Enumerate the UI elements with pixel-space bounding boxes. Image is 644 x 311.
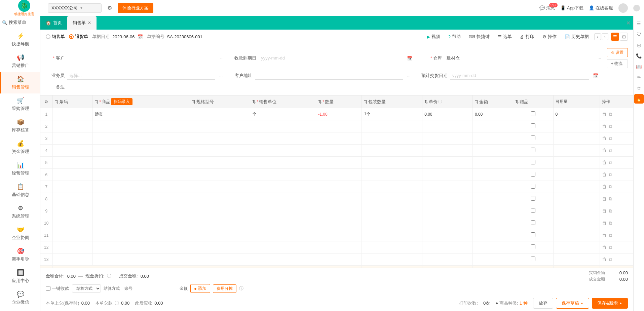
warehouse-input[interactable] <box>445 54 593 62</box>
sidebar-item-guide[interactable]: 🎯 新手引导 <box>0 244 40 266</box>
salesperson-input[interactable] <box>67 72 215 80</box>
radio-return[interactable]: 退货单 <box>69 34 88 40</box>
copy-icon[interactable]: ⧉ <box>609 172 612 178</box>
sort-icon-amount[interactable]: ⇅ <box>475 99 479 104</box>
tab-close-icon[interactable]: ✕ <box>88 21 91 25</box>
sidebar-item-quick-nav[interactable]: ⚡ 快捷导航 <box>0 29 40 50</box>
fee-split-button[interactable]: 费用分摊 <box>213 284 236 293</box>
sort-icon-qty[interactable]: ⇅ <box>318 99 322 104</box>
radio-sales[interactable]: 销售单 <box>46 34 65 40</box>
video-btn[interactable]: ▶ 视频 <box>424 32 443 41</box>
company-selector[interactable]: XXXXXX公司 ▼ <box>48 3 102 13</box>
account-input[interactable] <box>122 285 177 292</box>
delete-icon[interactable]: 🗑 <box>602 135 607 141</box>
sidebar-item-operations[interactable]: 📊 经营管理 <box>0 158 40 180</box>
customer-address-input[interactable] <box>255 72 403 80</box>
one-click-payment-checkbox[interactable]: 一键收款 <box>46 285 69 291</box>
notes-input[interactable] <box>65 83 628 91</box>
expected-date-calendar-icon[interactable]: 📅 <box>593 73 598 78</box>
row-qty-1[interactable]: -1.00 <box>316 108 362 120</box>
discount-help-icon[interactable]: ⓘ <box>107 273 111 279</box>
discard-button[interactable]: 放弃 <box>533 298 553 309</box>
payment-due-input[interactable] <box>259 54 403 62</box>
delete-icon[interactable]: 🗑 <box>602 196 607 202</box>
app-download-button[interactable]: 📱 App下载 <box>560 5 583 11</box>
sidebar-item-capital[interactable]: 💰 资金管理 <box>0 137 40 158</box>
copy-icon[interactable]: ⧉ <box>609 123 612 129</box>
sidebar-item-wechat[interactable]: 💬 企业微信 <box>0 287 40 309</box>
goods-type-radio[interactable]: ● <box>495 301 498 306</box>
sidebar-item-member[interactable]: V 畅会员 <box>0 309 40 311</box>
experience-button[interactable]: 体验行业方案 <box>118 3 153 13</box>
expected-date-input[interactable] <box>450 72 589 80</box>
right-panel-pen-btn[interactable]: ✏ <box>634 73 644 82</box>
select-btn[interactable]: ☰ 选单 <box>495 32 515 41</box>
print-btn[interactable]: 🖨 打印 <box>517 32 537 41</box>
user-avatar-2[interactable] <box>633 5 640 11</box>
right-panel-list-btn[interactable]: ☰ <box>634 19 644 28</box>
user-avatar[interactable] <box>618 3 628 13</box>
warehouse-dots-icon[interactable]: ··· <box>598 56 601 61</box>
customer-input[interactable] <box>67 54 216 62</box>
sort-icon-pack[interactable]: ⇅ <box>364 99 368 104</box>
delete-icon[interactable]: 🗑 <box>602 123 607 129</box>
nav-next[interactable]: › <box>602 33 608 40</box>
delete-icon[interactable]: 🗑 <box>602 257 607 262</box>
delete-icon[interactable]: 🗑 <box>602 220 607 226</box>
sidebar-item-apps[interactable]: 🔲 应用中心 <box>0 266 40 287</box>
right-panel-phone-btn[interactable]: 📞 <box>634 51 644 61</box>
delete-icon[interactable]: 🗑 <box>602 184 607 190</box>
shortcut-btn[interactable]: ⌨ 快捷键 <box>466 32 492 41</box>
sort-icon-price[interactable]: ⇅ <box>424 99 428 104</box>
copy-icon[interactable]: ⧉ <box>609 135 612 141</box>
sidebar-item-enterprise[interactable]: 🤝 企业协同 <box>0 223 40 244</box>
row-gift-1[interactable] <box>513 108 553 120</box>
delete-icon[interactable]: 🗑 <box>602 244 607 250</box>
sidebar-item-marketing[interactable]: 📢 营销推广 <box>0 50 40 72</box>
message-button[interactable]: 💬 消息 99+ <box>539 5 555 11</box>
total-owe-help[interactable]: ⓘ <box>115 300 119 306</box>
delete-icon[interactable]: 🗑 <box>602 172 607 178</box>
save-draft-button[interactable]: 保存草稿 ▲ <box>556 298 590 309</box>
payment-due-calendar-icon[interactable]: 📅 <box>407 56 412 61</box>
copy-icon[interactable]: ⧉ <box>609 257 612 262</box>
sort-icon-gift[interactable]: ⇅ <box>515 99 519 104</box>
delete-icon[interactable]: 🗑 <box>602 160 607 165</box>
customer-dots-icon[interactable]: ··· <box>220 56 224 61</box>
logistics-button[interactable]: + 物流 <box>607 59 628 68</box>
copy-icon[interactable]: ⧉ <box>609 160 612 165</box>
tab-sales-order[interactable]: 销售单 ✕ <box>67 16 97 30</box>
sort-icon-product[interactable]: ⇅ <box>95 99 99 104</box>
sidebar-item-purchase[interactable]: 🛒 采购管理 <box>0 93 40 115</box>
row-product-1[interactable]: 拆贡 <box>93 108 190 120</box>
sort-icon-unit[interactable]: ⇅ <box>252 99 256 104</box>
view-grid-btn[interactable]: ⊞ <box>620 33 628 41</box>
nav-prev[interactable]: ‹ <box>594 33 601 40</box>
delete-icon[interactable]: 🗑 <box>602 148 607 153</box>
help-btn[interactable]: ? 帮助 <box>446 32 463 41</box>
sidebar-search[interactable]: 🔍 搜索菜单 <box>0 16 40 29</box>
right-panel-shield-btn[interactable]: 🛡 <box>634 30 644 39</box>
delete-icon[interactable]: 🗑 <box>602 232 607 238</box>
fee-split-help-icon[interactable]: ⓘ <box>239 285 243 291</box>
copy-icon-1[interactable]: ⧉ <box>609 111 612 117</box>
settlement-method-select[interactable]: 结算方式 <box>72 284 101 293</box>
sort-icon-spec[interactable]: ⇅ <box>192 99 196 104</box>
delete-icon[interactable]: 🗑 <box>602 208 607 214</box>
copy-icon[interactable]: ⧉ <box>609 184 612 190</box>
history-btn[interactable]: 📄 历史单据 <box>562 32 592 41</box>
copy-icon[interactable]: ⧉ <box>609 244 612 250</box>
one-click-payment-input[interactable] <box>46 286 50 291</box>
delete-icon-1[interactable]: 🗑 <box>602 111 607 117</box>
sidebar-item-system[interactable]: ⚙ 系统管理 <box>0 201 40 223</box>
sidebar-item-inventory[interactable]: 📦 库存核算 <box>0 115 40 137</box>
scan-button[interactable]: 扫码录入 <box>111 98 132 105</box>
copy-icon[interactable]: ⧉ <box>609 208 612 214</box>
right-panel-star-btn[interactable]: ✩ <box>634 83 644 93</box>
sidebar-item-sales[interactable]: 🏠 销售管理 <box>0 72 40 93</box>
row-price-1[interactable]: 0.00 <box>422 108 473 120</box>
copy-icon[interactable]: ⧉ <box>609 220 612 226</box>
tab-home[interactable]: 🏠 首页 <box>40 16 67 30</box>
copy-icon[interactable]: ⧉ <box>609 148 612 153</box>
salesperson-dots-icon[interactable]: ··· <box>219 73 223 78</box>
